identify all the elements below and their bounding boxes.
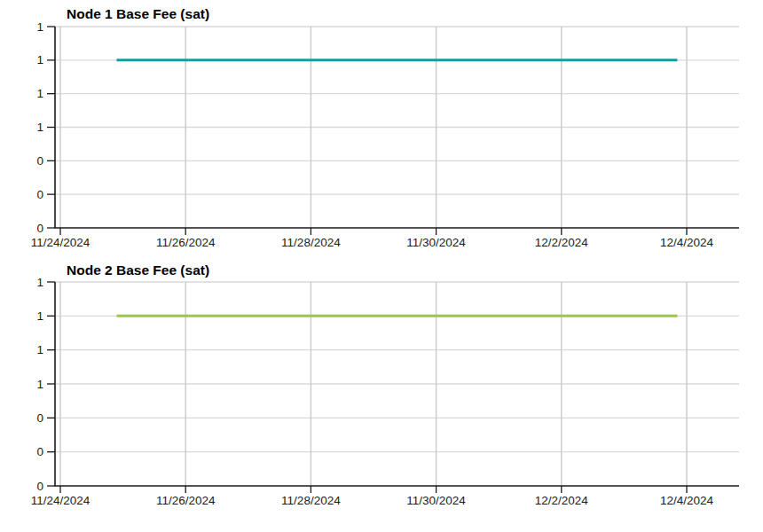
chart-node-1-base-fee: 111100011/24/202411/26/202411/28/202411/…: [31, 6, 739, 249]
x-tick-label: 11/30/2024: [406, 494, 466, 507]
base-fee-charts-page: 111100011/24/202411/26/202411/28/202411/…: [0, 0, 763, 532]
charts-canvas: 111100011/24/202411/26/202411/28/202411/…: [0, 0, 763, 532]
y-tick-label: 1: [36, 343, 43, 356]
y-tick-label: 1: [36, 53, 43, 66]
y-tick-label: 0: [36, 222, 43, 235]
y-tick-label: 1: [36, 276, 43, 289]
y-tick-label: 1: [36, 87, 43, 100]
y-tick-label: 1: [36, 309, 43, 323]
y-tick-label: 1: [36, 378, 43, 391]
plot-area: 111100011/24/202411/26/202411/28/202411/…: [31, 276, 739, 508]
y-tick-label: 1: [36, 20, 43, 34]
plot-area: 111100011/24/202411/26/202411/28/202411/…: [31, 20, 739, 250]
x-tick-label: 11/24/2024: [31, 494, 90, 507]
chart-title: Node 2 Base Fee (sat): [67, 262, 209, 278]
x-tick-label: 12/2/2024: [535, 494, 589, 507]
y-tick-label: 0: [36, 188, 43, 201]
chart-title: Node 1 Base Fee (sat): [67, 6, 209, 21]
x-tick-label: 11/24/2024: [31, 236, 90, 249]
y-tick-label: 1: [36, 121, 43, 134]
x-tick-label: 12/4/2024: [660, 494, 714, 507]
x-tick-label: 11/28/2024: [281, 494, 341, 507]
x-tick-label: 11/28/2024: [281, 236, 341, 249]
x-tick-label: 11/26/2024: [156, 236, 216, 249]
y-tick-label: 0: [36, 154, 43, 168]
x-tick-label: 12/2/2024: [535, 236, 589, 249]
x-tick-label: 12/4/2024: [660, 236, 714, 249]
y-tick-label: 0: [36, 411, 43, 425]
y-tick-label: 0: [36, 445, 43, 458]
x-tick-label: 11/30/2024: [406, 236, 466, 249]
x-tick-label: 11/26/2024: [156, 494, 216, 507]
y-tick-label: 0: [36, 480, 43, 493]
chart-node-2-base-fee: 111100011/24/202411/26/202411/28/202411/…: [31, 262, 739, 507]
